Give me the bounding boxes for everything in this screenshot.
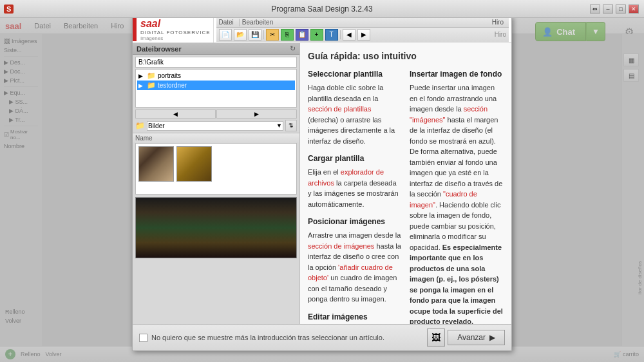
paste-btn[interactable]: 📋 [296,29,308,41]
close-button[interactable]: ✕ [629,5,639,14]
title-bar-text: Programa Saal Design 3.2.43 [271,5,372,14]
text-columns: Seleccionar plantilla Haga doble clic so… [308,68,504,324]
design-preview-img [136,198,296,258]
left-arrow-icon: ◀ [173,111,178,117]
cut-btn[interactable]: ✂ [266,29,279,41]
dateibrowser-refresh-icon[interactable]: ↻ [290,44,296,53]
arrow-icon: ▶ [138,73,145,79]
thumbnail-area [135,143,297,195]
sec-title-insertar: Insertar imagen de fondo [410,68,504,80]
saal-logo-text-area: saal DIGITAL FOTOSERVICE Imágenes [138,18,213,43]
modal-toolbar: Datei Bearbeiten Hiro 📄 📂 💾 [213,18,512,43]
link-seccion-imagenes: sección de imágenes [308,242,374,250]
nav-left-btn[interactable]: ◀ [343,29,355,41]
tree-view: ▶ 📁 portraits ▶ 📁 testordner [135,69,297,108]
no-mostrar-checkbox[interactable] [139,334,147,342]
no-mostrar-label: No quiero que se muestre más la introduc… [151,334,384,341]
image-dropdown-area: 📁 Bilder ▼ ⇅ [135,120,297,131]
nav-right-btn[interactable]: ▶ [357,29,370,41]
link-explorador: explorador de archivos [308,168,384,187]
toolbar-area: Datei Bearbeiten Hiro 📄 📂 💾 [216,18,509,42]
title-bar: S Programa Saal Design 3.2.43 ⇔ – □ ✕ [0,0,644,18]
save-btn[interactable]: 💾 [249,29,261,41]
sec-title-seleccionar: Seleccionar plantilla [308,68,402,80]
minimize-button[interactable]: – [603,5,613,14]
saal-logo: saal DIGITAL FOTOSERVICE Imágenes [133,18,213,43]
link-cuadro-imagen-2: "cuadro de imagen" [410,190,477,209]
avanzar-label: Avanzar [457,333,486,342]
hiro-label: Hiro [492,19,504,26]
maximize-button[interactable]: □ [616,5,626,14]
bearbeiten-label: Bearbeiten [242,19,273,26]
sec-text-insertar: Puede insertar una imagen en el fondo ar… [410,82,504,324]
blue-btn[interactable]: T [325,29,338,41]
portraits-label: portraits [158,72,181,79]
sec-text-cargar: Elija en el explorador de archivos la ca… [308,167,402,209]
text-col-right: Insertar imagen de fondo Puede insertar … [410,68,504,324]
scroll-left-btn[interactable]: ◀ [135,110,216,119]
modal-footer: No quiero que se muestre más la introduc… [133,324,511,350]
icon-divider2 [340,30,341,39]
main-content: saal Datei Bearbeiten Hiro 👤 Chat ▼ ⚙ [0,18,644,362]
dateibrowser-label: Dateibrowser [137,45,182,53]
dateibroswer-header: Dateibrowser ↻ [133,43,299,55]
saal-fotoservice-label: DIGITAL FOTOSERVICE [140,30,211,35]
footer-icon-btn[interactable]: 🖼 [427,329,445,347]
image-select-dropdown[interactable]: Bilder ▼ [147,121,283,131]
footer-checkbox-area: No quiero que se muestre más la introduc… [139,334,384,342]
thumbnail-1[interactable] [138,146,174,182]
win-icon-left: S [4,5,14,14]
tree-item-testordner[interactable]: ▶ 📁 testordner [137,81,295,90]
text-importante: Es especialmente importante que en los p… [410,243,503,325]
modal-body: Dateibrowser ↻ B:\Grafik ▶ 📁 portraits [133,43,511,324]
avanzar-arrow-icon: ▶ [489,333,495,342]
file-toolbar: Datei Bearbeiten Hiro [216,18,509,28]
open-btn[interactable]: 📂 [234,29,247,41]
scroll-right-btn[interactable]: ▶ [216,110,297,119]
footer-icon: 🖼 [431,332,440,343]
modal-overlay: saal DIGITAL FOTOSERVICE Imágenes Datei [0,18,644,362]
datei-label: Datei [219,19,234,26]
design-preview-panel [135,197,297,258]
icon-divider1 [263,30,264,39]
modal-dialog: saal DIGITAL FOTOSERVICE Imágenes Datei [132,18,512,351]
modal-header-area: saal DIGITAL FOTOSERVICE Imágenes Datei [133,18,511,43]
window-controls: ⇔ – □ ✕ [590,5,639,14]
app-area: saal Datei Bearbeiten Hiro 👤 Chat ▼ ⚙ [0,18,644,362]
hiro-icon-label: Hiro [495,31,506,38]
dropdown-small-arrow: ▼ [276,122,282,129]
green-btn[interactable]: + [310,29,323,41]
sec-title-posicionar: Posicionar imágenes [308,216,402,227]
folder-icon-test: 📁 [147,81,156,90]
icon-toolbar: 📄 📂 💾 ✂ ⎘ 📋 + T ◀ [216,28,509,42]
resize-button[interactable]: ⇔ [590,5,600,14]
new-file-btn[interactable]: 📄 [219,29,232,41]
image-sort-btn[interactable]: ⇅ [285,120,297,131]
sec-title-cargar: Cargar plantilla [308,153,402,164]
modal-title: Guía rápida: uso intuitivo [308,50,504,63]
testordner-label: testordner [158,82,187,89]
path-bar: B:\Grafik [135,57,297,68]
sort-icon: ⇅ [289,122,294,129]
folder-icon: 📁 [147,71,156,80]
text-col-left: Seleccionar plantilla Haga doble clic so… [308,68,402,324]
name-label-area: Name [133,133,299,143]
sec-title-editar: Editar imágenes [308,311,402,323]
thumb-img-forest [139,147,173,181]
arrow-icon-test: ▶ [138,82,145,89]
copy-btn[interactable]: ⎘ [281,29,294,41]
modal-left-panel: Dateibrowser ↻ B:\Grafik ▶ 📁 portraits [133,43,300,324]
saal-logo-red-text: saal [140,18,160,30]
avanzar-button[interactable]: Avanzar ▶ [448,330,505,345]
link-seccion-imagenes-2: sección "imágenes" [410,105,488,124]
link-sección-plantillas: sección de plantillas [308,105,371,113]
tree-item-portraits[interactable]: ▶ 📁 portraits [137,71,295,81]
modal-right-panel: Guía rápida: uso intuitivo Seleccionar p… [300,43,511,324]
thumb-img-golden [177,147,211,181]
sec-text-posicionar: Arrastre una imagen desde la sección de … [308,230,402,305]
saal-website: Imágenes [140,35,211,41]
bilder-label: Bilder [148,122,165,129]
thumbnail-2[interactable] [176,146,212,182]
name-label: Name [135,135,153,142]
right-arrow-icon: ▶ [254,111,259,117]
